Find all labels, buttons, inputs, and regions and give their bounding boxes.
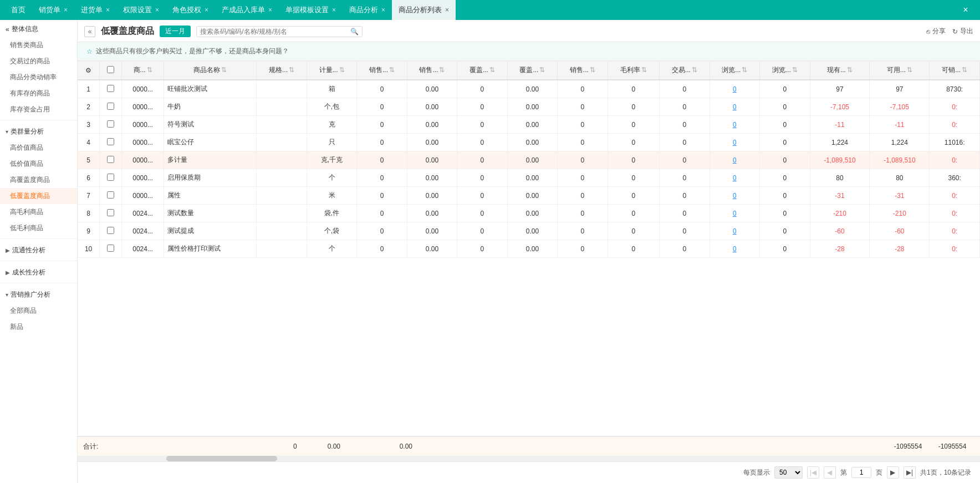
nav-template-settings[interactable]: 单据模板设置 × bbox=[279, 0, 343, 20]
row-checkbox[interactable] bbox=[107, 227, 114, 234]
share-button[interactable]: ⎋ 分享 bbox=[926, 27, 946, 36]
sidebar-item-low-margin[interactable]: 低毛利商品 bbox=[0, 220, 77, 236]
cell-browse1[interactable]: 0 bbox=[710, 240, 759, 258]
cell-checkbox[interactable] bbox=[100, 205, 122, 222]
col-trade[interactable]: 交易...⇅ bbox=[660, 61, 710, 80]
cell-cover1: 0 bbox=[457, 187, 507, 205]
sidebar-section-growth[interactable]: ▶ 成长性分析 bbox=[0, 263, 77, 281]
row-checkbox[interactable] bbox=[107, 138, 114, 145]
sidebar-collapse-button[interactable]: « bbox=[84, 26, 95, 37]
cell-checkbox[interactable] bbox=[100, 222, 122, 240]
cell-checkbox[interactable] bbox=[100, 134, 122, 151]
nav-role-auth[interactable]: 角色授权 × bbox=[166, 0, 215, 20]
cell-checkbox[interactable] bbox=[100, 151, 122, 169]
per-page-select[interactable]: 50 100 200 bbox=[774, 466, 803, 479]
cell-browse1[interactable]: 0 bbox=[710, 205, 759, 222]
col-sales1[interactable]: 销售...⇅ bbox=[357, 61, 407, 80]
cell-browse1[interactable]: 0 bbox=[710, 187, 759, 205]
export-button[interactable]: ↻ 导出 bbox=[952, 27, 973, 36]
nav-product-storage-close[interactable]: × bbox=[268, 0, 272, 20]
nav-product-analysis-list[interactable]: 商品分析列表 × bbox=[392, 0, 456, 20]
cell-checkbox[interactable] bbox=[100, 116, 122, 134]
horizontal-scrollbar[interactable] bbox=[78, 456, 980, 461]
last-page-button[interactable]: ▶| bbox=[904, 466, 916, 479]
sidebar-item-sales-goods[interactable]: 销售类商品 bbox=[0, 37, 77, 53]
sidebar-item-all-goods[interactable]: 全部商品 bbox=[0, 303, 77, 319]
sidebar-item-traded-goods[interactable]: 交易过的商品 bbox=[0, 53, 77, 69]
row-checkbox[interactable] bbox=[107, 245, 114, 252]
sidebar-item-low-value[interactable]: 低价值商品 bbox=[0, 156, 77, 172]
row-checkbox[interactable] bbox=[107, 156, 114, 163]
date-filter-button[interactable]: 近一月 bbox=[160, 26, 191, 37]
page-input[interactable] bbox=[851, 467, 871, 478]
nav-product-analysis-list-close[interactable]: × bbox=[445, 0, 449, 20]
col-sales2[interactable]: 销售...⇅ bbox=[407, 61, 457, 80]
prev-page-button[interactable]: ◀ bbox=[824, 466, 836, 479]
col-browse2[interactable]: 浏览...⇅ bbox=[760, 61, 810, 80]
cell-browse1[interactable]: 0 bbox=[710, 222, 759, 240]
nav-permission-settings[interactable]: 权限设置 × bbox=[116, 0, 166, 20]
row-checkbox[interactable] bbox=[107, 174, 114, 181]
search-input[interactable] bbox=[200, 28, 348, 35]
cell-browse1[interactable]: 0 bbox=[710, 169, 759, 187]
row-checkbox[interactable] bbox=[107, 85, 114, 92]
sidebar-section-marketing[interactable]: ▾ 营销推广分析 bbox=[0, 286, 77, 303]
select-all-checkbox[interactable] bbox=[107, 66, 114, 73]
sidebar-item-high-value[interactable]: 高价值商品 bbox=[0, 140, 77, 156]
sidebar-item-category-rate[interactable]: 商品分类动销率 bbox=[0, 69, 77, 85]
nav-purchase-order[interactable]: 进货单 × bbox=[74, 0, 116, 20]
cell-browse1[interactable]: 0 bbox=[710, 134, 759, 151]
row-checkbox[interactable] bbox=[107, 120, 114, 128]
nav-product-analysis[interactable]: 商品分析 × bbox=[343, 0, 392, 20]
col-cover2[interactable]: 覆盖...⇅ bbox=[507, 61, 557, 80]
search-icon[interactable]: 🔍 bbox=[350, 28, 359, 35]
nav-sales-order-close[interactable]: × bbox=[64, 0, 68, 20]
col-spec[interactable]: 规格...⇅ bbox=[257, 61, 307, 80]
col-name[interactable]: 商品名称⇅ bbox=[164, 61, 257, 80]
nav-purchase-order-close[interactable]: × bbox=[106, 0, 110, 20]
sidebar-item-stocked-goods[interactable]: 有库存的商品 bbox=[0, 85, 77, 101]
sidebar-item-low-coverage[interactable]: 低覆盖度商品 bbox=[0, 188, 77, 204]
col-code[interactable]: 商...⇅ bbox=[122, 61, 164, 80]
scrollbar-thumb[interactable] bbox=[166, 456, 277, 461]
cell-checkbox[interactable] bbox=[100, 169, 122, 187]
sidebar-section-overall[interactable]: « 整体信息 bbox=[0, 20, 77, 37]
col-cover1[interactable]: 覆盖...⇅ bbox=[457, 61, 507, 80]
sidebar-item-inventory-funds[interactable]: 库存资金占用 bbox=[0, 101, 77, 118]
col-sales3[interactable]: 销售...⇅ bbox=[558, 61, 608, 80]
row-checkbox[interactable] bbox=[107, 209, 114, 216]
col-saleable[interactable]: 可销...⇅ bbox=[930, 61, 980, 80]
nav-permission-close[interactable]: × bbox=[155, 0, 159, 20]
col-gross-margin[interactable]: 毛利率⇅ bbox=[608, 61, 660, 80]
nav-product-analysis-close[interactable]: × bbox=[381, 0, 385, 20]
row-checkbox[interactable] bbox=[107, 103, 114, 110]
cell-checkbox[interactable] bbox=[100, 80, 122, 98]
cell-browse1[interactable]: 0 bbox=[710, 151, 759, 169]
row-checkbox[interactable] bbox=[107, 191, 114, 199]
first-page-button[interactable]: |◀ bbox=[807, 466, 819, 479]
col-settings[interactable]: ⚙ bbox=[78, 61, 100, 80]
cell-browse1[interactable]: 0 bbox=[710, 98, 759, 116]
col-browse1[interactable]: 浏览...⇅ bbox=[710, 61, 759, 80]
cell-checkbox[interactable] bbox=[100, 240, 122, 258]
sidebar-item-high-margin[interactable]: 高毛利商品 bbox=[0, 204, 77, 220]
nav-home[interactable]: 首页 bbox=[4, 0, 32, 20]
sidebar-item-new-goods[interactable]: 新品 bbox=[0, 319, 77, 335]
col-checkbox[interactable] bbox=[100, 61, 122, 80]
nav-role-auth-close[interactable]: × bbox=[205, 0, 208, 20]
sidebar-section-liquidity[interactable]: ▶ 流通性分析 bbox=[0, 241, 77, 258]
col-current[interactable]: 现有...⇅ bbox=[810, 61, 870, 80]
cell-checkbox[interactable] bbox=[100, 187, 122, 205]
cell-checkbox[interactable] bbox=[100, 98, 122, 116]
sidebar-item-high-coverage[interactable]: 高覆盖度商品 bbox=[0, 172, 77, 188]
nav-product-storage[interactable]: 产成品入库单 × bbox=[215, 0, 279, 20]
sidebar-section-group[interactable]: ▾ 类群量分析 bbox=[0, 123, 77, 140]
cell-browse1[interactable]: 0 bbox=[710, 116, 759, 134]
cell-browse1[interactable]: 0 bbox=[710, 80, 759, 98]
next-page-button[interactable]: ▶ bbox=[887, 466, 899, 479]
col-unit[interactable]: 计量...⇅ bbox=[307, 61, 356, 80]
nav-template-close[interactable]: × bbox=[332, 0, 336, 20]
window-close-button[interactable]: × bbox=[956, 0, 976, 20]
nav-sales-order[interactable]: 销货单 × bbox=[32, 0, 74, 20]
col-available[interactable]: 可用...⇅ bbox=[870, 61, 930, 80]
